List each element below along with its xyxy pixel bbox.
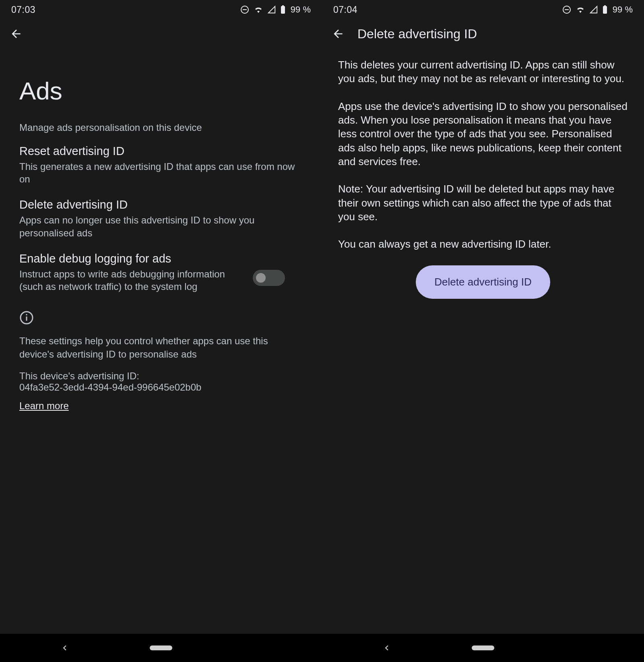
advertising-id-label: This device's advertising ID: [19,370,303,382]
detail-paragraph: You can always get a new advertising ID … [338,237,628,251]
item-reset-advertising-id[interactable]: Reset advertising ID This generates a ne… [0,133,322,187]
svg-rect-9 [603,6,607,14]
dnd-icon [562,5,572,14]
status-bar: 07:04 99 % [322,0,644,19]
learn-more-link[interactable]: Learn more [19,400,69,411]
item-title: Delete advertising ID [19,198,303,211]
info-text: These settings help you control whether … [19,335,301,361]
nav-home-pill[interactable] [472,645,494,650]
item-desc: Apps can no longer use this advertising … [19,214,301,239]
detail-paragraph: Note: Your advertising ID will be delete… [338,182,628,223]
dnd-icon [240,5,250,14]
nav-back-button[interactable] [60,643,69,652]
info-icon [19,310,34,325]
detail-paragraph: Apps use the device's advertising ID to … [338,99,628,169]
nav-back-button[interactable] [382,643,391,652]
phone-delete-advertising-id: 07:04 99 % Delete adve [322,0,644,662]
system-nav-bar [322,634,644,662]
svg-rect-2 [281,6,285,14]
advertising-id-value: 04fa3e52-3edd-4394-94ed-996645e02b0b [19,382,303,393]
item-delete-advertising-id[interactable]: Delete advertising ID Apps can no longer… [0,187,322,240]
detail-paragraph: This deletes your current advertising ID… [338,58,628,86]
svg-rect-3 [282,5,284,6]
item-title: Reset advertising ID [19,145,303,158]
battery-icon [602,5,608,14]
battery-icon [280,5,286,14]
battery-percent: 99 % [613,4,633,15]
status-bar: 07:03 99 % [0,0,322,19]
status-time: 07:04 [333,4,357,15]
signal-icon [589,5,598,14]
debug-logging-toggle[interactable] [253,270,285,286]
svg-rect-5 [26,317,27,321]
svg-rect-6 [26,314,27,315]
svg-rect-10 [604,5,606,6]
page-title: Ads [19,77,303,105]
nav-home-pill[interactable] [150,645,172,650]
system-nav-bar [0,634,322,662]
back-button[interactable] [330,26,346,42]
item-title: Enable debug logging for ads [19,252,245,265]
app-bar: Delete advertising ID [322,19,644,48]
status-time: 07:03 [11,4,35,15]
phone-ads-settings: 07:03 99 % [0,0,322,662]
signal-icon [267,5,276,14]
wifi-icon [576,5,585,14]
page-subtitle: Manage ads personalisation on this devic… [0,109,322,133]
wifi-icon [254,5,263,14]
back-button[interactable] [8,26,24,42]
item-desc: Instruct apps to write ads debugging inf… [19,268,245,293]
item-enable-debug-logging[interactable]: Enable debug logging for ads Instruct ap… [0,241,322,294]
appbar-title: Delete advertising ID [357,27,477,41]
delete-advertising-id-button[interactable]: Delete advertising ID [416,265,550,299]
app-bar [0,19,322,48]
battery-percent: 99 % [291,4,311,15]
item-desc: This generates a new advertising ID that… [19,160,301,185]
